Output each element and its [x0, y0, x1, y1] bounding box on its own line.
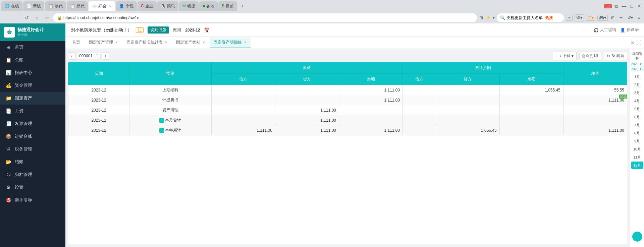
maximize-icon[interactable]: □ [629, 3, 635, 9]
menu-icon[interactable]: ≡ [636, 15, 641, 20]
calendar-icon[interactable]: 📅 [204, 27, 210, 33]
back-button[interactable]: ← [3, 14, 11, 22]
period-value: 2023-12 [185, 28, 200, 33]
translate-icon[interactable]: 译▾ [575, 14, 584, 21]
sidebar-item-payroll[interactable]: 📑 工资 [0, 105, 65, 117]
shield-icon[interactable]: 🛡▾ [586, 15, 595, 21]
minimize-icon[interactable]: — [621, 3, 628, 9]
month-item-1[interactable]: 1月 [631, 73, 643, 80]
download-icon: ↓ [556, 54, 558, 58]
tab-favicon: S [222, 4, 224, 8]
tab-close-active-icon[interactable]: ✕ [244, 41, 247, 44]
tab-tencent[interactable]: 🐧 腾讯 [157, 1, 178, 11]
tab-muqian[interactable]: S 目前 [218, 1, 237, 11]
tab-close-icon[interactable]: ✕ [165, 41, 167, 44]
tab-gedi[interactable]: ■ 各地 [199, 1, 218, 11]
download-button[interactable]: ↓ ↓ 下载 ▾ [553, 52, 577, 60]
period-start-date[interactable]: 2023.12 [630, 62, 644, 67]
month-item-5[interactable]: 5月 [631, 105, 643, 113]
fixed-assets-icon: 📁 [5, 95, 11, 101]
close-window-icon[interactable]: ✕ [636, 3, 643, 9]
tab-online[interactable]: 🌐 在线 [1, 1, 22, 11]
fullscreen-icon[interactable]: ⛶ [637, 40, 641, 46]
support-link[interactable]: 🎧 人工咨询 [594, 27, 616, 33]
gamepad-icon[interactable]: 🎮▾ [597, 15, 608, 21]
purchase-sales-icon: 📦 [5, 133, 11, 139]
tab-yidai2[interactable]: 📋 易代 [67, 1, 88, 11]
month-item-11[interactable]: 11月 [631, 153, 643, 161]
sidebar-item-fixed-assets[interactable]: 📁 固定资产 [0, 92, 65, 105]
sidebar-item-closing[interactable]: 📂 结账 [0, 156, 65, 168]
tab-close-icon[interactable]: ✕ [109, 4, 112, 8]
switch-version-button[interactable]: 切到旧版 [148, 26, 169, 34]
user-link[interactable]: 👤 徐译华 [620, 27, 639, 33]
extension-icon2[interactable]: ⚡ [485, 15, 491, 21]
sidebar-item-funds[interactable]: 💰 资金管理 [0, 79, 65, 92]
month-item-2[interactable]: 2月 [631, 81, 643, 88]
sidebar-item-label: 报表中心 [15, 70, 32, 76]
tab-asset-category[interactable]: 固定资产类别 ✕ [172, 38, 209, 48]
extension-icon1[interactable]: ⊞ [479, 15, 484, 21]
grid-icon[interactable]: ⊞ [610, 15, 616, 20]
scissors-icon[interactable]: ✂ [566, 15, 573, 21]
month-item-7[interactable]: 7月 [631, 121, 643, 129]
print-button[interactable]: ⎙ ⎙ 打印 [579, 52, 601, 60]
tax-icon: 🖨 [5, 146, 11, 152]
month-item-9[interactable]: 9月 [631, 137, 643, 145]
month-item-4[interactable]: 4月 [631, 97, 643, 105]
row-plus-icon: + [159, 128, 164, 133]
sidebar-item-guide[interactable]: 🎯 新手引导 [0, 194, 65, 206]
hot-search-icon: 热搜 [545, 15, 553, 20]
dropdown-icon[interactable]: ▾ [493, 15, 495, 20]
tab-asset-detail-ledger[interactable]: 固定资产明细账 ✕ [210, 38, 251, 48]
bookmark-button[interactable]: ☆ [43, 14, 51, 22]
tab-yidai1[interactable]: 📋 易代 [45, 1, 66, 11]
close-page-icon[interactable]: ✕ [631, 40, 635, 46]
search-text: 央视更新主持人名单 [506, 15, 543, 21]
tab-close-icon[interactable]: ✕ [202, 41, 205, 44]
search-bar[interactable]: 🔍 央视更新主持人名单 热搜 [497, 13, 564, 22]
scroll-to-top-button[interactable]: ↑ [632, 232, 642, 242]
month-item-8[interactable]: 8月 [631, 129, 643, 137]
sidebar-item-invoice[interactable]: 🧾 发票管理 [0, 117, 65, 130]
cell-summary: 上期结转 [129, 85, 212, 95]
tab-geshui[interactable]: 👤 个税 [116, 1, 137, 11]
tab-changjie[interactable]: M 畅捷 [179, 1, 199, 11]
tab-depreciation-stats[interactable]: 固定资产折旧统计表 ✕ [122, 38, 171, 48]
month-item-6[interactable]: 6月 [631, 113, 643, 121]
home-button[interactable]: ⌂ [33, 14, 41, 22]
sidebar-item-purchase-sales[interactable]: 📦 进销台账 [0, 130, 65, 143]
sidebar-item-archive[interactable]: 🗂 归档管理 [0, 168, 65, 181]
brightness-icon[interactable]: ☀ [618, 15, 624, 20]
tab-close-icon[interactable]: ✕ [115, 41, 118, 44]
sidebar-item-tax[interactable]: 🖨 税务管理 [0, 143, 65, 156]
month-item-10[interactable]: 10月 [631, 145, 643, 153]
address-input[interactable]: 🔒 https://cloud.chanjet.com/accounting/u… [53, 13, 477, 22]
tab-new[interactable]: 📄 新版 [23, 1, 44, 11]
next-page-button[interactable]: › [102, 52, 109, 60]
period-end-date[interactable]: 2023.12 [630, 67, 644, 72]
ledger-icon: 📋 [5, 57, 11, 63]
tab-favicon: ■ [203, 4, 205, 8]
reload-button[interactable]: ↺ [23, 14, 31, 22]
sidebar-item-reports[interactable]: 📊 报表中心 [0, 66, 65, 79]
sidebar-item-general-ledger[interactable]: 📋 总账 [0, 54, 65, 66]
sidebar-item-home[interactable]: ⊞ 首页 [0, 41, 65, 54]
sidebar-item-settings[interactable]: ⚙ 设置 [0, 181, 65, 194]
history-icon[interactable]: ↺▾ [626, 15, 634, 20]
tab-fixed-assets-manage[interactable]: 固定资产管理 ✕ [85, 38, 122, 48]
new-tab-button[interactable]: + [238, 1, 247, 11]
cell-accum-balance: 1,055.45 [499, 85, 563, 95]
tab-label: 固定资产管理 [89, 40, 113, 45]
tab-haokuai[interactable]: ☁️ 好会 ✕ [89, 1, 115, 11]
refresh-button[interactable]: ↻ ↻ 刷新 [604, 52, 627, 60]
forward-button[interactable]: → [13, 14, 21, 22]
table-row-monthly-total: 2023-12 +本月合计 1,111.00 [68, 115, 627, 125]
restore-window-icon[interactable]: ⧉ [613, 3, 619, 10]
tab-qiye[interactable]: C 企业 [138, 1, 157, 11]
month-item-12[interactable]: 12月 [631, 162, 643, 169]
prev-page-button[interactable]: ‹ [68, 52, 75, 60]
month-item-3[interactable]: 3月 [631, 89, 643, 97]
tab-home[interactable]: 首页 [68, 38, 84, 48]
settings-icon: ⚙ [5, 184, 11, 190]
